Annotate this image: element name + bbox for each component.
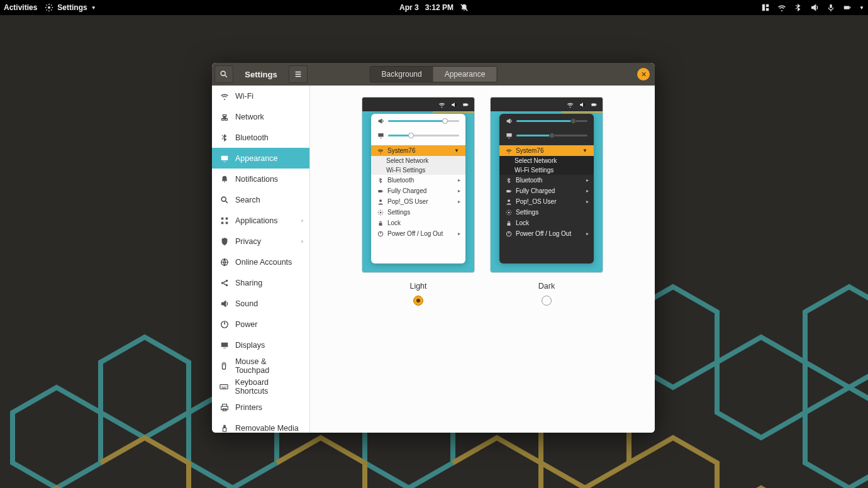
preview-lock: Lock [516,219,529,226]
chevron-down-icon[interactable]: ▼ [859,5,864,11]
bluetooth-icon [220,133,229,142]
sidebar-item-appearance[interactable]: Appearance [212,148,309,169]
sidebar-item-label: Privacy [235,237,261,246]
sidebar-item-power[interactable]: Power [212,314,309,335]
theme-option-dark[interactable]: System76 ▼ Select Network Wi-Fi Settings… [490,97,603,306]
displays-icon [220,340,229,350]
brightness-icon [377,132,384,139]
volume-icon [450,101,457,108]
sidebar-item-applications[interactable]: Applications› [212,210,309,231]
theme-label-light: Light [409,282,426,291]
activities-button[interactable]: Activities [4,3,37,12]
keyboard-icon [220,382,229,391]
sidebar-item-network[interactable]: Network [212,106,309,127]
theme-radio-light[interactable] [413,296,423,306]
search-icon [220,195,229,204]
volume-icon [506,118,513,125]
preview-wifi-settings: Wi-Fi Settings [371,165,465,175]
sidebar-item-label: Keyboard Shortcuts [235,378,302,396]
appmenu-button[interactable]: Settings ▼ [45,3,96,12]
sidebar-item-removable[interactable]: Removable Media [212,418,309,433]
close-button[interactable]: ✕ [637,68,650,80]
sidebar-item-label: Appearance [235,154,277,163]
chevron-down-icon: ▼ [582,148,587,153]
preview-power: Power Off / Log Out [387,230,443,237]
power-icon [220,319,229,329]
appmenu-label: Settings [57,3,87,12]
power-icon [377,231,384,237]
sidebar-item-label: Sound [235,299,258,308]
online-accounts-icon [220,257,229,267]
theme-radio-dark[interactable] [542,296,552,306]
user-icon [377,199,384,205]
theme-preview-dark: System76 ▼ Select Network Wi-Fi Settings… [490,97,603,273]
sidebar-item-label: Bluetooth [235,133,269,142]
chevron-right-icon: › [301,238,303,245]
window-headerbar: Settings Background Appearance ✕ [212,63,655,86]
notifications-icon [220,174,229,184]
preview-bluetooth: Bluetooth [387,177,414,184]
preview-topbar [362,97,474,111]
chevron-right-icon: › [301,217,303,224]
wifi-icon [567,101,574,108]
search-button[interactable] [214,65,233,83]
user-icon [506,199,512,205]
sidebar-item-sound[interactable]: Sound [212,293,309,314]
tab-appearance[interactable]: Appearance [433,67,497,82]
sidebar-item-bluetooth[interactable]: Bluetooth [212,127,309,148]
gear-icon [377,209,384,216]
sidebar-item-privacy[interactable]: Privacy› [212,231,309,252]
preview-network-name: System76 [516,147,543,154]
sidebar-item-online-accounts[interactable]: Online Accounts [212,252,309,272]
topbar-date[interactable]: Apr 3 [399,3,419,12]
sidebar-item-label: Displays [235,341,265,350]
appearance-content: System76 ▼ Select Network Wi-Fi Settings… [310,86,655,433]
sidebar-item-keyboard[interactable]: Keyboard Shortcuts [212,376,309,397]
sidebar-item-sharing[interactable]: Sharing [212,272,309,293]
privacy-icon [220,236,229,246]
preview-settings: Settings [387,209,410,216]
gear-icon [45,3,53,12]
sharing-icon [220,278,229,287]
preview-user: Pop!_OS User [516,198,556,205]
tiling-icon[interactable] [761,3,770,12]
bluetooth-icon [377,177,384,184]
gnome-topbar: Activities Settings ▼ Apr 3 3:12 PM ▼ [0,0,868,15]
notifications-muted-icon[interactable] [460,3,469,12]
preview-network-name: System76 [387,147,415,154]
wifi-icon [506,148,512,154]
sidebar-item-displays[interactable]: Displays [212,335,309,355]
volume-icon[interactable] [810,3,819,12]
appearance-icon [220,153,229,163]
window-title: Settings [236,70,286,79]
battery-icon[interactable] [843,3,852,12]
bluetooth-icon[interactable] [794,3,803,12]
tab-background[interactable]: Background [370,67,433,82]
sidebar-item-mouse[interactable]: Mouse & Touchpad [212,355,309,376]
chevron-down-icon: ▼ [454,148,459,153]
sidebar-item-label: Search [235,196,260,204]
theme-option-light[interactable]: System76 ▼ Select Network Wi-Fi Settings… [362,97,475,306]
network-icon [220,112,229,121]
brightness-icon [506,132,513,139]
header-tabs: Background Appearance [370,66,498,82]
preview-lock: Lock [387,219,401,226]
preview-battery: Fully Charged [516,187,555,194]
wifi-icon [438,101,445,108]
battery-icon [462,101,469,108]
preview-bluetooth: Bluetooth [516,177,542,184]
sidebar-item-notifications[interactable]: Notifications [212,169,309,189]
sidebar-item-search[interactable]: Search [212,189,309,210]
wifi-icon[interactable] [777,3,786,12]
menu-button[interactable] [289,65,308,83]
printers-icon [220,402,229,412]
sidebar-item-label: Network [235,113,264,121]
sidebar-item-wifi[interactable]: Wi-Fi [212,86,309,106]
sidebar-item-label: Mouse & Touchpad [235,357,302,375]
mic-icon[interactable] [826,3,835,12]
battery-icon [377,188,384,194]
removable-icon [220,423,229,433]
topbar-time[interactable]: 3:12 PM [425,3,453,12]
sidebar-item-label: Sharing [235,279,262,287]
sidebar-item-printers[interactable]: Printers [212,397,309,418]
